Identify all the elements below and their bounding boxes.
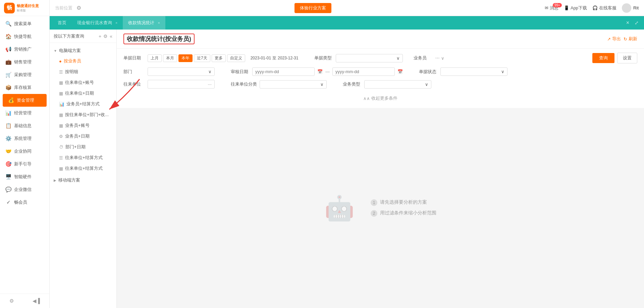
breadcrumb: 当前位置 bbox=[55, 5, 72, 11]
dropdown4-icon: ∨ bbox=[501, 69, 504, 74]
app-download-button[interactable]: 📱 App下载 bbox=[564, 5, 587, 11]
username: Rit bbox=[633, 5, 639, 10]
doc-type-select[interactable]: ∨ bbox=[336, 54, 403, 62]
tab-bank[interactable]: 现金银行流水查询 × bbox=[72, 16, 123, 30]
tree-item-staff-settle[interactable]: 📊 业务员+结算方式 bbox=[50, 99, 116, 109]
date-dash: — bbox=[325, 69, 330, 74]
sidebar-item-inventory[interactable]: 📦 库存核算 bbox=[0, 81, 49, 94]
date-btn-7days[interactable]: 近7天 bbox=[194, 54, 210, 62]
sidebar-item-enterprise[interactable]: 🤝 企业协同 bbox=[0, 145, 49, 158]
sidebar-item-purchase[interactable]: 🛒 采购管理 bbox=[0, 68, 49, 81]
calendar-icon-2[interactable]: 📅 bbox=[397, 69, 403, 74]
dropdown3-icon: ∨ bbox=[208, 69, 212, 74]
collapse-button[interactable]: ∧∧ 收起更多条件 bbox=[123, 93, 637, 104]
finance-icon: 💰 bbox=[8, 97, 14, 103]
tree-item-unit-settle1[interactable]: ☰ 往来单位+结算方式 bbox=[50, 152, 116, 163]
left-panel: 按以下方案查询 + ⚙ « ▼ 电脑端方案 ● 按业务员 bbox=[50, 30, 117, 308]
sidebar-settings-button[interactable]: ⚙ bbox=[7, 297, 16, 305]
export-button[interactable]: ↗ 导出 bbox=[607, 36, 621, 42]
tree-item-unit-date[interactable]: ▦ 往来单位+日期 bbox=[50, 88, 116, 99]
tab-bank-close[interactable]: × bbox=[115, 21, 117, 25]
sidebar-item-hardware[interactable]: 🖥️ 智能硬件 bbox=[0, 170, 49, 183]
date-btn-more[interactable]: 更多 bbox=[212, 54, 226, 62]
panel-collapse-button[interactable]: « bbox=[110, 34, 112, 39]
scheme-settings-button[interactable]: ⚙ bbox=[103, 34, 108, 39]
sidebar-item-search[interactable]: 🔍 搜索菜单 bbox=[0, 17, 49, 30]
date-btn-last-month[interactable]: 上月 bbox=[148, 54, 162, 62]
marketing-icon: 📢 bbox=[5, 46, 11, 52]
enterprise-icon: 🤝 bbox=[5, 148, 11, 154]
online-service-button[interactable]: 🎧 在线客服 bbox=[592, 5, 616, 11]
message-button[interactable]: ✉ 消息 99+ bbox=[545, 5, 558, 11]
dept-select[interactable]: ∨ bbox=[148, 67, 215, 76]
sidebar-item-marketing[interactable]: 📢 营销推广 bbox=[0, 43, 49, 56]
tree-group-desktop-header[interactable]: ▼ 电脑端方案 bbox=[50, 46, 116, 56]
partner-more-button[interactable]: ··· bbox=[208, 82, 212, 87]
inventory-icon: 📦 bbox=[5, 85, 11, 91]
empty-hints: 1 请先选择要分析的方案 2 用过滤条件来缩小分析范围 bbox=[371, 199, 436, 217]
tab-receipt-close[interactable]: × bbox=[158, 21, 160, 25]
tree-item-unit-dept[interactable]: ▦ 按往来单位+部门+收... bbox=[50, 109, 116, 120]
tab-receipt[interactable]: 收款情况统计 × bbox=[123, 16, 165, 30]
date-btn-this-month[interactable]: 本月 bbox=[163, 54, 177, 62]
user-area[interactable]: Rit bbox=[622, 3, 639, 13]
page-title-row: 收款情况统计(按业务员) ↗ 导出 ↻ 刷新 bbox=[123, 34, 637, 44]
calendar-icon-1[interactable]: 📅 bbox=[317, 69, 323, 74]
tree-item-staff-date[interactable]: ⚙ 业务员+日期 bbox=[50, 131, 116, 142]
headset-icon: 🎧 bbox=[592, 5, 598, 10]
table2-icon: ▦ bbox=[59, 123, 63, 128]
tab-expand-button[interactable]: ⤢ bbox=[632, 20, 641, 25]
tab-close-all-button[interactable]: × bbox=[624, 20, 632, 26]
tree-item-unit-account[interactable]: ▦ 往来单位+账号 bbox=[50, 77, 116, 88]
doc-status-select[interactable]: ∨ bbox=[440, 67, 507, 76]
left-panel-title: 按以下方案查询 bbox=[54, 33, 97, 39]
sidebar-item-operations[interactable]: 📊 经营管理 bbox=[0, 107, 49, 119]
doc-status-label: 单据状态 bbox=[419, 69, 438, 75]
partner-category-select[interactable]: ∨ bbox=[260, 80, 327, 89]
grid2-icon: ▦ bbox=[59, 91, 63, 96]
query-button[interactable]: 查询 bbox=[592, 53, 614, 63]
tab-home[interactable]: 首页 bbox=[52, 16, 72, 30]
refresh-button[interactable]: ↻ 刷新 bbox=[624, 36, 637, 42]
tree-item-unit-settle2[interactable]: ▦ 往来单位+结算方式 bbox=[50, 163, 116, 174]
sidebar-item-finance[interactable]: 💰 资金管理 bbox=[3, 94, 47, 107]
tree-group-mobile-header[interactable]: ▶ 移动端方案 bbox=[50, 175, 116, 185]
review-date-from[interactable] bbox=[252, 67, 315, 76]
review-date-to[interactable] bbox=[332, 67, 395, 76]
sidebar-item-newbie[interactable]: 🎯 新手引导 bbox=[0, 158, 49, 170]
gear2-icon: ⚙ bbox=[59, 134, 63, 139]
doc-status-group: 单据状态 ∨ bbox=[419, 67, 507, 76]
wechat-icon: 💬 bbox=[5, 187, 11, 193]
doc-type-group: 单据类型 ∨ bbox=[314, 54, 403, 62]
tree-item-staff-account[interactable]: ▦ 业务员+账号 bbox=[50, 120, 116, 131]
trial-button[interactable]: 体验行业方案 bbox=[294, 3, 331, 13]
date-btn-this-year[interactable]: 本年 bbox=[178, 54, 193, 62]
sidebar-item-basic[interactable]: 📋 基础信息 bbox=[0, 119, 49, 132]
tree-item-dept-date[interactable]: ⏱ 部门+日期 bbox=[50, 142, 116, 152]
sidebar-item-system[interactable]: ⚙️ 系统管理 bbox=[0, 132, 49, 145]
review-date-label: 审核日期 bbox=[231, 69, 250, 75]
message-icon: ✉ bbox=[545, 5, 548, 10]
sidebar-item-vip[interactable]: ✓ 畅会员 bbox=[0, 196, 49, 209]
sidebar-item-wechat[interactable]: 💬 企业微信 bbox=[0, 183, 49, 196]
topbar-gear-icon[interactable]: ⚙ bbox=[76, 5, 81, 11]
dropdown5-icon: ∨ bbox=[320, 82, 324, 87]
setting-button[interactable]: 设置 bbox=[617, 53, 637, 63]
partner-label: 往来单位 bbox=[123, 81, 142, 87]
biz-type-select[interactable]: ∨ bbox=[364, 80, 431, 89]
tree-item-label: 按业务员 bbox=[64, 58, 81, 64]
date-to: 2023-12-31 bbox=[278, 56, 298, 60]
sidebar-collapse-button[interactable]: ◀▐ bbox=[30, 297, 43, 305]
robot-illustration: 🤖 bbox=[324, 194, 355, 222]
tree-item-by-staff[interactable]: ● 按业务员 bbox=[50, 56, 116, 66]
tree-item-by-detail[interactable]: ☰ 按明细 bbox=[50, 66, 116, 77]
sidebar-item-quick[interactable]: 🏠 快捷导航 bbox=[0, 30, 49, 43]
sidebar-item-sales[interactable]: 💼 销售管理 bbox=[0, 56, 49, 68]
filter-row-2: 部门 ∨ 审核日期 📅 — 📅 单据状态 bbox=[123, 67, 637, 76]
partner-select[interactable]: ··· bbox=[148, 80, 215, 89]
main-area: 当前位置 ⚙ 体验行业方案 ✉ 消息 99+ 📱 App下载 🎧 在线客服 Ri… bbox=[50, 0, 644, 308]
date-btn-custom[interactable]: 自定义 bbox=[227, 54, 245, 62]
add-scheme-button[interactable]: + bbox=[99, 34, 101, 39]
grid3-icon: ▦ bbox=[59, 166, 63, 171]
staff-more-button[interactable]: ··· bbox=[435, 55, 439, 61]
